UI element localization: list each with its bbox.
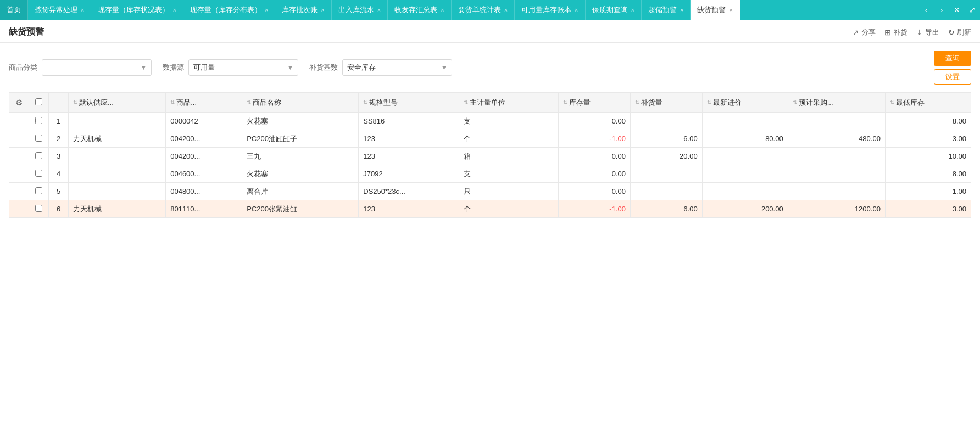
th-index — [49, 93, 69, 113]
row-code-0: 0000042 — [166, 113, 242, 130]
row-index-2: 3 — [49, 148, 69, 165]
tab-close-stock-status[interactable]: × — [172, 7, 176, 13]
tab-next-button[interactable]: › — [934, 0, 949, 20]
row-unit-5: 个 — [459, 200, 558, 218]
row-check-0[interactable] — [29, 113, 49, 130]
datasource-filter: 数据源 可用量 ▼ — [163, 59, 298, 76]
gear-icon[interactable]: ⚙ — [15, 98, 23, 107]
table-container: ⚙ ⇅ 默认供应... ⇅ 商 — [0, 92, 980, 218]
row-code-1: 004200... — [166, 130, 242, 148]
th-min-stock: ⇅ 最低库存 — [885, 93, 971, 113]
tab-close-expiry-query[interactable]: × — [631, 7, 634, 13]
row-spec-3: J7092 — [359, 165, 459, 183]
row-gear-2 — [9, 148, 29, 165]
tab-receipt-summary[interactable]: 收发存汇总表 × — [388, 0, 451, 20]
sort-icon-code: ⇅ — [170, 99, 175, 105]
row-supplier-1: 力天机械 — [69, 130, 166, 148]
category-select[interactable]: ▼ — [42, 59, 152, 76]
row-code-3: 004600... — [166, 165, 242, 183]
row-name-3: 火花塞 — [242, 165, 359, 183]
query-button[interactable]: 查询 — [934, 51, 971, 66]
tab-close-exception[interactable]: × — [81, 7, 84, 13]
tab-close-stock-dist[interactable]: × — [265, 7, 268, 13]
tab-expand-button[interactable]: ⤢ — [965, 0, 980, 20]
row-price-1: 80.00 — [702, 130, 788, 148]
row-checkbox-4[interactable] — [35, 187, 42, 194]
table-row: 3 004200... 三九 123 箱 0.00 20.00 10.00 — [9, 148, 971, 165]
tab-close-available-ledger[interactable]: × — [575, 7, 578, 13]
row-index-0: 1 — [49, 113, 69, 130]
filter-actions: 查询 设置 — [934, 51, 971, 85]
th-replenish-qty: ⇅ 补货量 — [630, 93, 702, 113]
replenish-button[interactable]: ⊞ 补货 — [884, 27, 907, 37]
row-gear-0 — [9, 113, 29, 130]
sort-icon-min: ⇅ — [890, 99, 894, 105]
row-stock-0: 0.00 — [559, 113, 631, 130]
row-check-2[interactable] — [29, 148, 49, 165]
row-checkbox-0[interactable] — [35, 117, 42, 124]
th-est-purchase: ⇅ 预计采购... — [788, 93, 885, 113]
tab-close-batch-account[interactable]: × — [321, 7, 324, 13]
tab-purchase-stat[interactable]: 要货单统计表 × — [452, 0, 515, 20]
row-check-1[interactable] — [29, 130, 49, 148]
row-check-5[interactable] — [29, 200, 49, 218]
sort-icon-replenish: ⇅ — [635, 99, 639, 105]
row-checkbox-2[interactable] — [35, 152, 42, 159]
refresh-button[interactable]: ↻ 刷新 — [948, 27, 971, 37]
row-est-1: 480.00 — [788, 130, 885, 148]
row-price-2 — [702, 148, 788, 165]
row-spec-4: DS250*23c... — [359, 183, 459, 200]
tab-exception[interactable]: 拣货异常处理 × — [28, 0, 91, 20]
tab-close-purchase-stat[interactable]: × — [504, 7, 508, 13]
row-name-4: 离合片 — [242, 183, 359, 200]
tab-stock-status[interactable]: 现存量（库存状况表） × — [91, 0, 183, 20]
tab-close-receipt-summary[interactable]: × — [441, 7, 444, 13]
row-min-stock-3: 8.00 — [885, 165, 971, 183]
tab-prev-button[interactable]: ‹ — [918, 0, 934, 20]
row-index-4: 5 — [49, 183, 69, 200]
tab-expiry-query[interactable]: 保质期查询 × — [586, 0, 642, 20]
tab-batch-account[interactable]: 库存批次账 × — [275, 0, 331, 20]
tab-inout-flow[interactable]: 出入库流水 × — [332, 0, 388, 20]
tab-close-all-button[interactable]: ✕ — [949, 0, 965, 20]
row-unit-3: 支 — [459, 165, 558, 183]
select-all-checkbox[interactable] — [35, 98, 42, 105]
row-supplier-5: 力天机械 — [69, 200, 166, 218]
export-button[interactable]: ⤓ 导出 — [916, 27, 939, 37]
replenish-base-select[interactable]: 安全库存 ▼ — [342, 59, 452, 76]
row-price-4 — [702, 183, 788, 200]
tab-overstock[interactable]: 超储预警 × — [642, 0, 691, 20]
tab-home[interactable]: 首页 — [0, 0, 28, 20]
row-stock-4: 0.00 — [559, 183, 631, 200]
row-checkbox-1[interactable] — [35, 135, 42, 142]
row-checkbox-3[interactable] — [35, 170, 42, 177]
tab-stock-dist[interactable]: 现存量（库存分布表） × — [183, 0, 275, 20]
row-replenish-4 — [630, 183, 702, 200]
row-min-stock-2: 10.00 — [885, 148, 971, 165]
row-check-3[interactable] — [29, 165, 49, 183]
row-replenish-1: 6.00 — [630, 130, 702, 148]
th-unit: ⇅ 主计量单位 — [459, 93, 558, 113]
datasource-select[interactable]: 可用量 ▼ — [188, 59, 298, 76]
row-replenish-0 — [630, 113, 702, 130]
row-unit-1: 个 — [459, 130, 558, 148]
tab-available-ledger[interactable]: 可用量库存账本 × — [515, 0, 585, 20]
share-button[interactable]: ↗ 分享 — [853, 27, 876, 37]
row-unit-4: 只 — [459, 183, 558, 200]
tab-shortage[interactable]: 缺货预警 × — [691, 0, 739, 20]
row-checkbox-5[interactable] — [35, 205, 42, 212]
row-gear-1 — [9, 130, 29, 148]
th-spec: ⇅ 规格型号 — [359, 93, 459, 113]
filter-row: 商品分类 ▼ 数据源 可用量 ▼ 补货基数 安全库存 ▼ 查询 设置 — [0, 43, 980, 92]
tab-close-inout-flow[interactable]: × — [377, 7, 381, 13]
tab-close-shortage[interactable]: × — [729, 7, 732, 13]
row-check-4[interactable] — [29, 183, 49, 200]
row-gear-5 — [9, 200, 29, 218]
th-gear: ⚙ — [9, 93, 29, 113]
category-label: 商品分类 — [9, 63, 37, 72]
setting-button[interactable]: 设置 — [934, 69, 971, 85]
sort-icon-price: ⇅ — [707, 99, 711, 105]
tab-close-overstock[interactable]: × — [680, 7, 683, 13]
table-row: 2 力天机械 004200... PC200油缸缸子 123 个 -1.00 6… — [9, 130, 971, 148]
row-est-5: 1200.00 — [788, 200, 885, 218]
